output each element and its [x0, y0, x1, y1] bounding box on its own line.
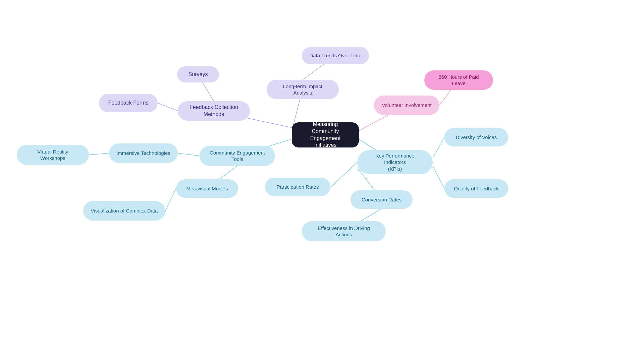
node-feedback-collection: Feedback Collection Methods — [178, 101, 250, 121]
svg-line-10 — [331, 162, 357, 187]
node-data-trends: Data Trends Over Time — [302, 47, 369, 64]
node-vr-workshops: Virtual Reality Workshops — [17, 145, 89, 165]
node-long-term: Long-term Impact Analysis — [267, 80, 339, 99]
node-volunteer: Volunteer Involvement — [374, 96, 439, 115]
node-immersive: Immersive Technologies — [109, 143, 178, 163]
svg-line-14 — [178, 153, 200, 156]
node-community-tools: Community Engagement Tools — [200, 146, 275, 166]
node-diversity: Diversity of Voices — [444, 128, 508, 146]
node-conversion: Conversion Rates — [351, 190, 413, 209]
node-quality: Quality of Feedback — [444, 179, 508, 198]
node-effectiveness: Effectiveness in Driving Actions — [302, 221, 386, 241]
mind-map: Measuring CommunityEngagement Initiative… — [0, 0, 644, 363]
node-kpi: Key Performance Indicators(KPIs) — [357, 150, 433, 174]
node-paid-leave: 660 Hours of Paid Leave — [424, 70, 493, 90]
svg-line-2 — [158, 103, 178, 111]
node-center: Measuring CommunityEngagement Initiative… — [292, 122, 359, 147]
node-feedback-forms: Feedback Forms — [99, 94, 158, 112]
node-surveys: Surveys — [177, 66, 219, 82]
node-participation: Participation Rates — [265, 178, 330, 196]
svg-line-9 — [433, 166, 444, 188]
svg-line-17 — [165, 188, 176, 211]
node-metavisual: Metavisual Models — [176, 179, 238, 198]
node-visualization: Visualization of Complex Data — [83, 201, 165, 221]
svg-line-8 — [433, 137, 444, 158]
svg-line-15 — [89, 153, 109, 155]
